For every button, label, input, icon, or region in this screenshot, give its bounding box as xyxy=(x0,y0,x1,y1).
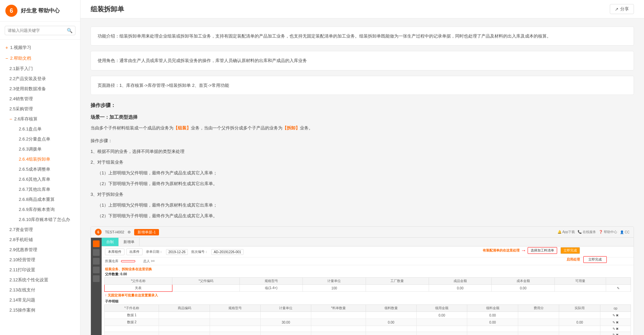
sidebar-item-purchase[interactable]: 2.5采购管理 xyxy=(9,104,80,114)
step2-1: （1）上部明细为父件明细，最终作为产成品生成其它入库单； xyxy=(91,169,634,177)
app-logo-icon: 6 xyxy=(5,5,17,17)
step3-1: （1）上部明细为父件明细，最终作为原材料生成其它出库单； xyxy=(91,201,634,210)
app-top-table-label: 父件数量: 0.00 xyxy=(102,271,634,277)
app-form-date: 2019-12-26 xyxy=(166,249,188,255)
page-path-block: 页面路径：1、库存核算->库存管理->组装拆卸单 2、首页->常用功能 xyxy=(91,76,634,95)
sidebar-item-onlinepay[interactable]: 2.13在线支付 xyxy=(9,285,80,295)
app-form-batch: AD-20191226-001 xyxy=(211,249,244,255)
top-table-col-prod: 工厂数量 xyxy=(366,278,429,285)
app-add-btn[interactable]: 新增单据-1 xyxy=(134,229,159,235)
top-table-row-1: 关表 临(1-4+) 100 0.00 0.00 ✎ xyxy=(105,285,631,292)
annotation-1-area: 有装配清单的在这里处理 → 选择加工料清单 立即完成 xyxy=(483,247,580,254)
top-table-col-unit: 计量单位 xyxy=(303,278,366,285)
app-tab-self[interactable]: 自制 xyxy=(102,238,119,246)
sidebar-item-stockerror[interactable]: 2.6.10库存账本错了怎么办 xyxy=(19,215,80,225)
app-form-batch-label: 批次编号： xyxy=(191,249,208,254)
sidebar-item-personalize[interactable]: 2.12系统个性化设置 xyxy=(9,275,80,285)
step1: 1、根据不同的业务，选择不同单据的类型来处理 xyxy=(91,147,634,156)
bt-col-code: 商品编码 xyxy=(159,305,210,312)
app-nav-icon: ⚙ xyxy=(127,230,131,234)
expand-icon: + xyxy=(5,45,8,50)
top-row1-avail xyxy=(555,285,606,292)
app-tab-new[interactable]: 新增单 xyxy=(119,238,140,246)
steps-label: 操作步骤： xyxy=(91,136,634,145)
nav-sub-docs: 2.1新手入门 2.2产品安装及登录 2.3使用前数据准备 2.4销售管理 2.… xyxy=(0,64,80,315)
app-form-date-label: 录单日期： xyxy=(146,249,163,254)
bottom-table-row-3: ✎ ✖ xyxy=(105,326,631,332)
sidebar-item-operation[interactable]: 2.10经营管理 xyxy=(9,255,80,265)
app-bottom-table-wrapper: *子件名称 商品编码 规格型号 计量单位 *料单数量 领料数量 领用金额 领料金… xyxy=(102,304,634,335)
sidebar-item-stockquery[interactable]: 2.6.9库存账本查询 xyxy=(19,205,80,215)
inventory-collapse-icon: − xyxy=(9,116,12,122)
sidebar-item-newcomer[interactable]: 2.1新手入门 xyxy=(9,64,80,74)
sidebar-item-stocktake[interactable]: 2.6.1盘点单 xyxy=(19,124,80,134)
annotation-1-text: 有装配清单的在这里处理 xyxy=(483,248,520,253)
sidebar-item-assembly[interactable]: 2.6.4组装拆卸单 xyxy=(19,154,80,164)
top-table-col-amount: 成本金额 xyxy=(492,278,555,285)
search-box[interactable]: 🔍 xyxy=(5,26,75,35)
sidebar-item-costrecalc[interactable]: 2.6.8商品成本重算 xyxy=(19,194,80,205)
sidebar: 6 好生意 帮助中心 🔍 + 1.视频学习 − 2.帮助文档 2.1新手入门 2… xyxy=(0,0,80,335)
sidebar-item-otherinbound[interactable]: 2.6.6其他入库单 xyxy=(19,174,80,184)
sidebar-item-transfer[interactable]: 2.6.3调拨单 xyxy=(19,144,80,154)
app-form-select-btn[interactable]: 选择加工料清单 xyxy=(528,247,557,254)
user-role-block: 使用角色：通常由生产人员或库管人员完成拆装业务的操作，库管人员确认原材料的出库和… xyxy=(91,51,634,70)
sidebar-item-coupon[interactable]: 2.9优惠券管理 xyxy=(9,245,80,255)
bottom-table-row-1: 数据 10.000.00✎ ✖ xyxy=(105,312,631,319)
sidebar-item-video[interactable]: + 1.视频学习 xyxy=(0,42,80,53)
bt-col-ops: op xyxy=(600,305,631,312)
top-row1-cost: 0.00 xyxy=(492,285,555,292)
sidebar-item-docs[interactable]: − 2.帮助文档 xyxy=(0,53,80,64)
sidebar-item-partial[interactable]: 2.6.2分量盘点单 xyxy=(19,134,80,144)
bt-col-spec: 规格型号 xyxy=(210,305,260,312)
step3-2: （2）下部明细为子件明细，最终作为产成品生成其它入库单。 xyxy=(91,212,634,220)
app-bottom-table-label: 子件明细 xyxy=(102,298,634,304)
app-logo-text: 好生意 帮助中心 xyxy=(21,7,60,14)
sidebar-item-cases[interactable]: 2.15操作案例 xyxy=(9,305,80,315)
top-row1-amount: 0.00 xyxy=(429,285,492,292)
sidebar-item-finance[interactable]: 2.7资金管理 xyxy=(9,225,80,235)
bt-col-actual: 实际用 xyxy=(559,305,600,312)
app-enable-btn[interactable]: 立即完成 xyxy=(583,256,607,263)
app-wh-input[interactable] xyxy=(121,260,135,262)
app-form-type-tabs: 本库组件 出库件 xyxy=(105,248,143,255)
share-button[interactable]: ↗ 分享 xyxy=(610,4,634,14)
sidebar-item-prepare[interactable]: 2.3使用前数据准备 xyxy=(9,84,80,94)
app-sidebar-icon-1 xyxy=(93,240,100,247)
top-row1-op[interactable]: ✎ xyxy=(606,285,631,292)
app-address-label: TEST-H002 xyxy=(105,230,124,234)
steps-block: 操作步骤： 场景一：加工类型选择 当由多个子件材料组装成一个成品的业务为【组装】… xyxy=(91,100,634,220)
sidebar-item-inventory[interactable]: − 2.6库存核算 xyxy=(9,114,80,124)
bt-col-planqty: *料单数量 xyxy=(311,305,366,312)
search-input[interactable] xyxy=(8,28,67,33)
app-body: 自制 新增单 本库组件 出库件 录单日期： 2019-12-26 批次编号： xyxy=(91,238,634,335)
search-icon[interactable]: 🔍 xyxy=(67,28,72,33)
sidebar-item-print[interactable]: 2.11打印设置 xyxy=(9,265,80,275)
step3: 3、对于拆卸业务 xyxy=(91,190,634,199)
app-form-type-tab1[interactable]: 本库组件 xyxy=(105,248,124,255)
app-top-table-wrapper: *父件名称 *父件编码 规格型号 计量单位 工厂数量 成品金额 成本金额 可用量 xyxy=(102,277,634,293)
app-form-confirm-btn[interactable]: 立即完成 xyxy=(560,247,580,254)
annotation-4-text: 无固定清单可批量在这里置重录入 xyxy=(108,293,158,297)
sidebar-item-otheroutbound[interactable]: 2.6.7其他出库单 xyxy=(19,184,80,194)
bt-col-amt2: 领料金额 xyxy=(467,305,518,312)
top-table-col-spec: 规格型号 xyxy=(240,278,303,285)
sidebar-item-sales[interactable]: 2.4销售管理 xyxy=(9,94,80,104)
main-content: 组装拆卸单 ↗ 分享 功能介绍：组装拆卸单用来处理企业组装或拆卸等加工业务，支持… xyxy=(80,0,644,335)
sidebar-item-costadjust[interactable]: 2.6.5成本调整单 xyxy=(19,164,80,174)
page-title: 组装拆卸单 xyxy=(91,5,124,14)
app-form-header: 本库组件 出库件 录单日期： 2019-12-26 批次编号： AD-20191… xyxy=(102,246,634,258)
app-form-type-tab2[interactable]: 出库件 xyxy=(126,248,143,255)
nav-sub-inventory: 2.6.1盘点单 2.6.2分量盘点单 2.6.3调拨单 2.6.4组装拆卸单 … xyxy=(9,124,80,225)
annotation-3-area: 启用处理 立即完成 xyxy=(567,256,607,263)
app-icon-user: 👤 CC xyxy=(620,230,630,234)
nav-tree: + 1.视频学习 − 2.帮助文档 2.1新手入门 2.2产品安装及登录 2.3… xyxy=(0,40,80,335)
sidebar-item-install[interactable]: 2.2产品安装及登录 xyxy=(9,74,80,84)
sidebar-item-faq[interactable]: 2.14常见问题 xyxy=(9,295,80,305)
app-icon-bell: 🔔 App下载 xyxy=(557,230,575,234)
app-icon-headset: 📞 在线服务 xyxy=(578,230,596,234)
scene1-desc: 当由多个子件材料组装成一个成品的业务为【组装】业务，当由一个父件拆分成多个子产品… xyxy=(91,124,634,132)
sidebar-item-mobile[interactable]: 2.8手机旺铺 xyxy=(9,235,80,245)
bottom-table-row-4: ✎ ✖ xyxy=(105,332,631,335)
topbar: 组装拆卸单 ↗ 分享 xyxy=(80,0,644,18)
